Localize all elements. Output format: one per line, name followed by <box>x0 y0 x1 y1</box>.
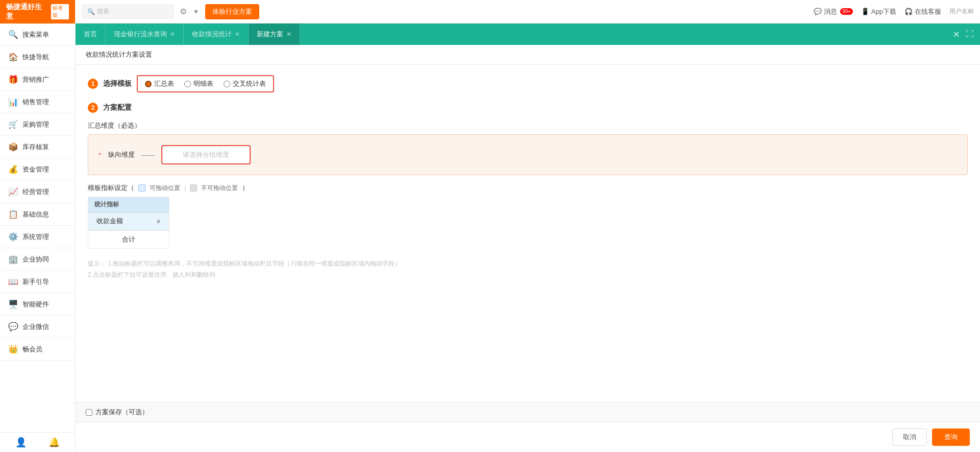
tab-home[interactable]: 首页 <box>76 23 106 45</box>
home-icon: 🏠 <box>8 52 18 62</box>
tab-bar-actions: ✕ ⛶ <box>947 23 980 45</box>
management-icon: 📈 <box>8 187 18 197</box>
sidebar-item-label: 资金管理 <box>22 165 49 174</box>
sidebar-item-marketing[interactable]: 🎁 营销推广 <box>0 68 75 91</box>
message-label: 消息 <box>824 7 837 16</box>
sidebar-item-management[interactable]: 📈 经营管理 <box>0 181 75 203</box>
sidebar-item-sales[interactable]: 📊 销售管理 <box>0 91 75 113</box>
tab-new-plan[interactable]: 新建方案 ✕ <box>249 23 300 45</box>
dimension-select-box[interactable]: 请选择分组维度 <box>161 145 251 164</box>
save-plan-checkbox[interactable]: 方案保存（可选） <box>86 408 149 417</box>
app-icon: 📱 <box>861 8 869 15</box>
user-bottom-icon[interactable]: 👤 <box>15 437 27 448</box>
chevron-down-icon[interactable]: ∨ <box>156 218 161 225</box>
drag-indicator <box>138 184 145 192</box>
tab-cashflow-close-icon[interactable]: ✕ <box>170 31 175 38</box>
app-download-button[interactable]: 📱 App下载 <box>861 7 896 16</box>
metrics-column-header[interactable]: 收款金额 ∨ <box>88 212 169 230</box>
sidebar-item-label: 企业微信 <box>22 322 49 331</box>
sidebar-item-label: 新手引导 <box>22 277 49 287</box>
sidebar-item-enterprise[interactable]: 🏢 企业协同 <box>0 248 75 271</box>
search-menu-icon: 🔍 <box>8 30 18 39</box>
radio-cross-input[interactable] <box>224 81 230 87</box>
save-plan-input[interactable] <box>86 409 92 416</box>
radio-cross[interactable]: 交叉统计表 <box>224 79 266 88</box>
tab-new-plan-label: 新建方案 <box>257 30 283 39</box>
template-selection: 汇总表 明细表 交叉统计表 <box>137 75 274 92</box>
cancel-button[interactable]: 取消 <box>892 429 927 446</box>
message-button[interactable]: 💬 消息 99+ <box>814 7 853 16</box>
sidebar: 畅捷通好生意 标准版 🔍 搜索菜单 🏠 快捷导航 🎁 营销推广 📊 销售管理 🛒… <box>0 0 76 452</box>
top-header: 🔍 搜索 ⚙ ▼ 体验行业方案 💬 消息 99+ 📱 App下载 🎧 在线客服 … <box>76 0 980 23</box>
column-label: 收款金额 <box>96 217 123 226</box>
sidebar-item-label: 经营管理 <box>22 187 49 197</box>
sidebar-item-label: 基础信息 <box>22 210 49 219</box>
dimension-area: * 纵向维度 —— 请选择分组维度 <box>88 134 968 175</box>
sidebar-item-finance[interactable]: 💰 资金管理 <box>0 158 75 181</box>
sidebar-item-nav[interactable]: 🏠 快捷导航 <box>0 46 75 68</box>
metrics-label: 模板指标设定（ <box>88 183 134 193</box>
step1-section: 1 选择模板 汇总表 明细表 <box>88 75 968 92</box>
guide-icon: 📖 <box>8 277 18 287</box>
radio-detail[interactable]: 明细表 <box>184 79 213 88</box>
query-button[interactable]: 查询 <box>932 429 970 446</box>
sidebar-item-member[interactable]: 👑 畅会员 <box>0 338 75 361</box>
tab-receipts[interactable]: 收款情况统计 ✕ <box>184 23 249 45</box>
sidebar-item-label: 畅会员 <box>22 345 42 354</box>
nodrag-label: 不可拖动位置 <box>201 184 238 193</box>
radio-summary[interactable]: 汇总表 <box>145 79 174 88</box>
step2-section: 2 方案配置 汇总维度（必选） * 纵向维度 —— 请选择分组维度 <box>88 103 968 280</box>
enterprise-icon: 🏢 <box>8 254 18 264</box>
arrow-icon: —— <box>141 151 155 159</box>
form-container: 1 选择模板 汇总表 明细表 <box>76 65 980 402</box>
basic-icon: 📋 <box>8 209 18 219</box>
total-label: 合计 <box>122 235 135 243</box>
hint-2: 2.点击标题栏下拉可设置排序、插入列和删除列 <box>88 270 968 281</box>
radio-summary-input[interactable] <box>145 81 152 87</box>
sidebar-item-purchase[interactable]: 🛒 采购管理 <box>0 113 75 136</box>
trial-industry-button[interactable]: 体验行业方案 <box>205 4 259 19</box>
sidebar-logo: 畅捷通好生意 标准版 <box>0 0 75 23</box>
sidebar-item-system[interactable]: ⚙️ 系统管理 <box>0 226 75 248</box>
step1-title: 选择模板 <box>103 79 132 88</box>
dropdown-arrow-icon[interactable]: ▼ <box>193 8 199 15</box>
tab-expand-icon[interactable]: ⛶ <box>966 30 974 39</box>
notification-bottom-icon[interactable]: 🔔 <box>48 437 60 448</box>
sidebar-item-hardware[interactable]: 🖥️ 智能硬件 <box>0 293 75 316</box>
search-placeholder: 搜索 <box>97 7 109 16</box>
step2-title: 方案配置 <box>103 103 132 112</box>
dimension-label: 汇总维度（必选） <box>88 122 141 129</box>
sidebar-item-inventory[interactable]: 📦 库存核算 <box>0 136 75 158</box>
tab-cashflow-label: 现金银行流水查询 <box>114 30 167 39</box>
hardware-icon: 🖥️ <box>8 299 18 309</box>
radio-detail-input[interactable] <box>184 81 191 87</box>
header-search-box[interactable]: 🔍 搜索 <box>82 5 174 18</box>
vertical-dimension-label: 纵向维度 <box>108 150 135 159</box>
metrics-table: 统计指标 收款金额 ∨ 合计 <box>88 197 169 249</box>
footer-bar: 方案保存（可选） <box>76 402 980 422</box>
settings-icon[interactable]: ⚙ <box>180 7 187 16</box>
sidebar-item-label: 智能硬件 <box>22 300 49 309</box>
hint-section: 提示： 1.拖动标题栏可以调整布局，不可跨维度或指标区域拖动栏目字段（只能在同一… <box>88 258 968 280</box>
sidebar-item-basic[interactable]: 📋 基础信息 <box>0 203 75 226</box>
tab-cashflow[interactable]: 现金银行流水查询 ✕ <box>106 23 184 45</box>
sidebar-item-guide[interactable]: 📖 新手引导 <box>0 271 75 293</box>
save-plan-label: 方案保存（可选） <box>95 408 149 417</box>
sidebar-bottom: 👤 🔔 <box>0 432 75 452</box>
online-service-button[interactable]: 🎧 在线客服 <box>904 7 941 16</box>
marketing-icon: 🎁 <box>8 75 18 84</box>
sidebar-item-wechat[interactable]: 💬 企业微信 <box>0 316 75 338</box>
user-name: 用户名称 <box>949 7 974 16</box>
sidebar-item-label: 系统管理 <box>22 232 49 242</box>
tab-new-plan-close-icon[interactable]: ✕ <box>286 31 291 38</box>
sidebar-item-search[interactable]: 🔍 搜索菜单 <box>0 23 75 46</box>
dimension-row: * 纵向维度 —— 请选择分组维度 <box>99 145 957 164</box>
inventory-icon: 📦 <box>8 142 18 152</box>
radio-cross-label: 交叉统计表 <box>233 79 266 88</box>
page-title: 收款情况统计方案设置 <box>76 45 980 65</box>
tab-home-label: 首页 <box>84 30 97 39</box>
drag-label: 可拖动位置 <box>150 184 180 193</box>
message-icon: 💬 <box>814 8 822 15</box>
tab-receipts-close-icon[interactable]: ✕ <box>235 31 240 38</box>
tab-close-all-icon[interactable]: ✕ <box>953 30 960 39</box>
